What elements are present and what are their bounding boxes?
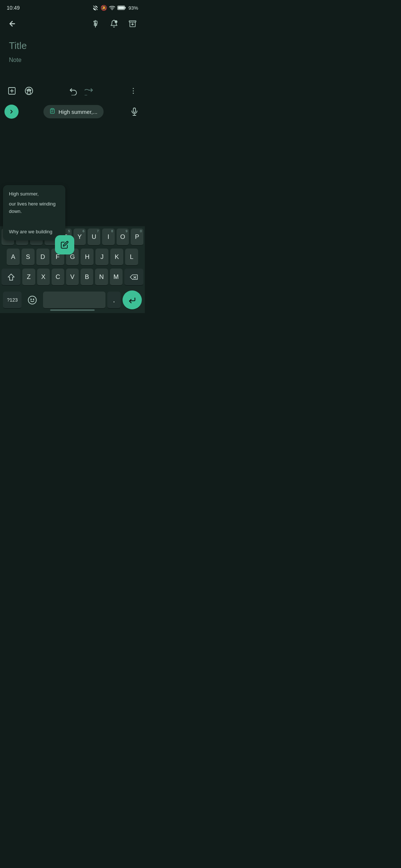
- svg-point-26: [33, 299, 34, 300]
- svg-point-14: [30, 90, 31, 91]
- svg-point-25: [31, 299, 32, 300]
- suggestion-bar: High summer,...: [0, 101, 145, 122]
- emoji-button[interactable]: [23, 291, 41, 309]
- suggestion-line4: [9, 218, 59, 225]
- battery-icon: [117, 5, 126, 10]
- back-button[interactable]: [7, 18, 18, 29]
- space-button[interactable]: [43, 292, 105, 309]
- edit-fab-button[interactable]: [55, 235, 74, 254]
- delete-button[interactable]: [124, 269, 143, 286]
- svg-point-0: [112, 9, 113, 10]
- key-v[interactable]: V: [66, 269, 79, 286]
- status-icons: 🔕 93%: [92, 5, 138, 11]
- svg-rect-18: [52, 108, 53, 109]
- palette-button[interactable]: [23, 85, 35, 97]
- note-body-placeholder[interactable]: Note: [9, 57, 136, 63]
- note-title-placeholder[interactable]: Title: [9, 40, 136, 52]
- svg-rect-7: [129, 21, 136, 22]
- key-u[interactable]: 7U: [88, 228, 100, 246]
- key-a[interactable]: A: [7, 249, 20, 266]
- suggestion-line5: Why are we building: [9, 228, 59, 236]
- add-content-button[interactable]: [6, 85, 18, 97]
- mute-icon: [92, 5, 98, 11]
- bottom-toolbar: [0, 81, 145, 101]
- symbols-button[interactable]: ?123: [3, 292, 22, 309]
- battery-percent: 93%: [128, 5, 138, 11]
- key-s[interactable]: S: [22, 249, 35, 266]
- keyboard-row-3: Z X C V B N M: [1, 269, 143, 286]
- key-y[interactable]: 6Y: [74, 228, 86, 246]
- key-b[interactable]: B: [81, 269, 93, 286]
- status-bar: 10:49 🔕 93%: [0, 0, 145, 13]
- suggestion-text: High summer,...: [58, 109, 97, 115]
- microphone-button[interactable]: [128, 106, 140, 118]
- key-c[interactable]: C: [52, 269, 64, 286]
- svg-point-24: [28, 296, 36, 304]
- home-indicator: [50, 309, 95, 311]
- key-d[interactable]: D: [36, 249, 49, 266]
- key-h[interactable]: H: [81, 249, 94, 266]
- enter-button[interactable]: [123, 290, 142, 310]
- key-o[interactable]: 9O: [117, 228, 129, 246]
- more-options-button[interactable]: [128, 85, 139, 96]
- expand-suggestions-button[interactable]: [4, 105, 19, 119]
- wifi-icon: [109, 5, 115, 10]
- svg-point-12: [27, 90, 28, 91]
- suggestion-line1: High summer,: [9, 190, 59, 198]
- suggestion-chip[interactable]: High summer,...: [43, 105, 103, 118]
- pin-button[interactable]: [90, 18, 101, 29]
- reminder-button[interactable]: +: [108, 18, 120, 29]
- svg-point-16: [133, 91, 134, 92]
- svg-point-15: [133, 88, 134, 89]
- archive-button[interactable]: [127, 18, 138, 29]
- period-button[interactable]: .: [107, 292, 121, 309]
- svg-rect-21: [133, 108, 136, 112]
- svg-point-17: [133, 93, 134, 94]
- clipboard-icon: [49, 108, 55, 115]
- svg-point-13: [29, 89, 30, 90]
- key-k[interactable]: K: [110, 249, 123, 266]
- undo-button[interactable]: [68, 85, 79, 97]
- suggestion-popup[interactable]: High summer, our lives here winding down…: [3, 185, 65, 241]
- key-p[interactable]: 0P: [131, 228, 143, 246]
- key-l[interactable]: L: [125, 249, 138, 266]
- note-area[interactable]: Title Note: [0, 34, 145, 69]
- key-x[interactable]: X: [37, 269, 50, 286]
- key-z[interactable]: Z: [22, 269, 35, 286]
- status-time: 10:49: [7, 5, 20, 11]
- key-n[interactable]: N: [95, 269, 108, 286]
- svg-text:+: +: [115, 21, 117, 23]
- mute-icon: 🔕: [101, 5, 107, 11]
- svg-rect-2: [118, 6, 124, 9]
- top-toolbar: +: [0, 13, 145, 34]
- shift-button[interactable]: [1, 269, 20, 286]
- redo-button[interactable]: [83, 85, 95, 97]
- suggestion-line2: our lives here winding down.: [9, 200, 59, 215]
- key-m[interactable]: M: [110, 269, 123, 286]
- svg-rect-3: [125, 7, 126, 9]
- key-i[interactable]: 8I: [102, 228, 115, 246]
- key-j[interactable]: J: [95, 249, 108, 266]
